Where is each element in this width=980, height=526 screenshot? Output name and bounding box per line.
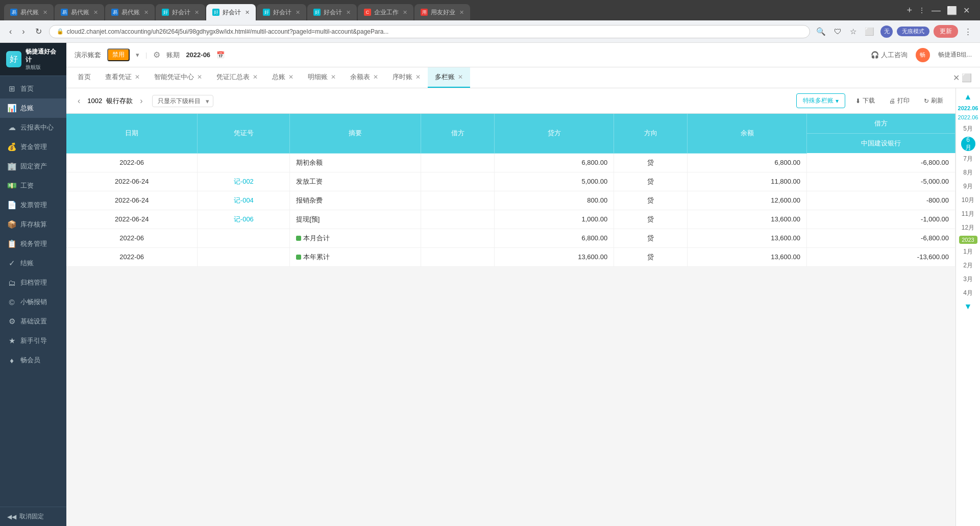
browser-tab-2[interactable]: 易易代账✕ <box>55 4 104 20</box>
tab-menu-btn[interactable]: ⋮ <box>918 6 925 14</box>
extension-btn[interactable]: ⬜ <box>863 25 876 38</box>
refresh-btn[interactable]: ↻ 刷新 <box>920 94 947 107</box>
content-tab-3[interactable]: 凭证汇总表✕ <box>209 67 265 88</box>
print-btn[interactable]: 🖨 打印 <box>885 94 914 107</box>
sidebar-item-tax[interactable]: 📋税务管理 <box>0 234 66 254</box>
content-tab-5[interactable]: 明细账✕ <box>301 67 343 88</box>
browser-tab-6[interactable]: 好好会计✕ <box>257 4 306 20</box>
content-tab-close-8[interactable]: ✕ <box>458 73 463 81</box>
sidebar-item-settings[interactable]: ⚙基础设置 <box>0 312 66 331</box>
account-btn[interactable]: 无 <box>880 26 893 38</box>
cell-voucher-2[interactable]: 记-004 <box>198 191 290 210</box>
tab-close-8[interactable]: ✕ <box>403 9 407 16</box>
tab-close-4[interactable]: ✕ <box>194 9 199 16</box>
voucher-link-1[interactable]: 记-002 <box>234 178 254 185</box>
shield-btn[interactable]: 🛡 <box>832 25 844 38</box>
tab-close-3[interactable]: ✕ <box>144 9 149 16</box>
dropdown-icon[interactable]: ▾ <box>136 51 139 59</box>
tab-close-2[interactable]: ✕ <box>93 9 98 16</box>
nav-refresh[interactable]: ↻ <box>32 24 45 38</box>
sidebar-item-fund[interactable]: 💰资金管理 <box>0 137 66 157</box>
content-tab-close-6[interactable]: ✕ <box>373 73 378 81</box>
cell-voucher-3[interactable]: 记-006 <box>198 210 290 229</box>
nav-forward[interactable]: › <box>19 25 28 38</box>
filter-select[interactable]: 只显示下级科目 <box>152 95 213 107</box>
sidebar-item-ledger[interactable]: 📊总账 <box>0 98 66 118</box>
timeline-month-2022-10月[interactable]: 10月 <box>956 193 980 207</box>
content-tab-7[interactable]: 序时账✕ <box>385 67 428 88</box>
period-value[interactable]: 2022-06 <box>186 51 210 59</box>
win-minimize[interactable]: — <box>932 5 941 16</box>
sidebar-item-expense[interactable]: ©小畅报销 <box>0 292 66 312</box>
timeline-month-2022-7月[interactable]: 7月 <box>956 152 980 166</box>
sidebar-item-salary[interactable]: 💵工资 <box>0 176 66 195</box>
sidebar-item-guide[interactable]: ★新手引导 <box>0 331 66 350</box>
user-avatar[interactable]: 畅 <box>916 48 930 62</box>
timeline-month-2022-9月[interactable]: 9月 <box>956 180 980 193</box>
timeline-scroll-up[interactable]: ▲ <box>962 90 974 104</box>
timeline-month-2022-11月[interactable]: 11月 <box>956 207 980 221</box>
content-tab-1[interactable]: 查看凭证✕ <box>98 67 147 88</box>
browser-tab-1[interactable]: 易易代账✕ <box>4 4 54 20</box>
nav-back[interactable]: ‹ <box>6 25 15 38</box>
url-bar[interactable]: 🔒 cloud2.chanjet.com/accounting/uh26t264… <box>49 25 810 38</box>
content-tab-close-7[interactable]: ✕ <box>415 73 421 81</box>
tab-new-btn[interactable]: + <box>906 5 912 16</box>
browser-tab-3[interactable]: 易易代账✕ <box>105 4 155 20</box>
timeline-month-2023-3月[interactable]: 3月 <box>956 272 980 286</box>
tab-close-6[interactable]: ✕ <box>296 9 300 16</box>
prev-account-btn[interactable]: ‹ <box>75 95 83 107</box>
sidebar-item-home[interactable]: ⊞首页 <box>0 79 66 98</box>
content-tab-4[interactable]: 总账✕ <box>265 67 301 88</box>
calendar-icon[interactable]: 📅 <box>216 51 225 59</box>
update-badge[interactable]: 更新 <box>934 25 958 38</box>
content-tab-close-5[interactable]: ✕ <box>331 73 336 81</box>
sidebar-item-archive[interactable]: 🗂归档管理 <box>0 273 66 292</box>
voucher-link-2[interactable]: 记-004 <box>234 196 254 204</box>
timeline-month-2022-6月[interactable]: 6月 <box>961 137 975 151</box>
multi-col-btn[interactable]: 特殊多栏账 ▾ <box>796 93 845 108</box>
win-close[interactable]: ✕ <box>963 6 970 15</box>
download-btn[interactable]: ⬇ 下载 <box>851 94 879 107</box>
timeline-month-2022-8月[interactable]: 8月 <box>956 166 980 180</box>
incognito-badge[interactable]: 无痕模式 <box>897 27 929 36</box>
timeline-month-2022-12月[interactable]: 12月 <box>956 221 980 235</box>
sidebar-item-fixed-assets[interactable]: 🏢固定资产 <box>0 157 66 176</box>
browser-tab-7[interactable]: 好好会计✕ <box>307 4 357 20</box>
tab-close-5[interactable]: ✕ <box>245 9 250 16</box>
next-account-btn[interactable]: › <box>137 95 145 107</box>
content-tab-2[interactable]: 智能凭证中心✕ <box>147 67 209 88</box>
menu-btn[interactable]: ⋮ <box>962 25 974 38</box>
content-tab-close-3[interactable]: ✕ <box>253 73 258 81</box>
content-tab-6[interactable]: 余额表✕ <box>343 67 385 88</box>
sidebar-item-cloud-report[interactable]: ☁云报表中心 <box>0 118 66 137</box>
timeline-month-2022-5月[interactable]: 5月 <box>956 122 980 136</box>
demo-badge-btn[interactable]: 禁用 <box>107 48 130 61</box>
content-tab-close-2[interactable]: ✕ <box>197 73 202 81</box>
timeline-month-2023-1月[interactable]: 1月 <box>956 245 980 259</box>
browser-tab-4[interactable]: 好好会计✕ <box>156 4 205 20</box>
tab-close-9[interactable]: ✕ <box>459 9 464 16</box>
consult-btn[interactable]: 🎧 人工咨询 <box>871 51 908 60</box>
tabs-collapse-btn[interactable]: ✕ ⬜ <box>949 73 976 83</box>
content-tab-close-4[interactable]: ✕ <box>288 73 293 81</box>
content-tab-close-1[interactable]: ✕ <box>135 73 140 81</box>
content-tab-8[interactable]: 多栏账✕ <box>428 67 470 88</box>
sidebar-footer[interactable]: ◀◀ 取消固定 <box>0 507 66 526</box>
cell-voucher-1[interactable]: 记-002 <box>198 172 290 191</box>
search-btn[interactable]: 🔍 <box>814 25 828 38</box>
sidebar-item-member[interactable]: ♦畅会员 <box>0 350 66 370</box>
win-maximize[interactable]: ⬜ <box>947 6 957 15</box>
sidebar-item-inventory[interactable]: 📦库存核算 <box>0 215 66 234</box>
star-btn[interactable]: ☆ <box>848 25 859 38</box>
browser-tab-8[interactable]: C企业工作✕ <box>358 4 413 20</box>
tab-close-7[interactable]: ✕ <box>346 9 351 16</box>
tab-close-1[interactable]: ✕ <box>43 9 47 16</box>
settings-gear-btn[interactable]: ⚙ <box>153 50 160 60</box>
browser-tab-5[interactable]: 好好会计✕ <box>206 4 256 20</box>
timeline-month-2023-4月[interactable]: 4月 <box>956 286 980 300</box>
timeline-scroll-down[interactable]: ▼ <box>962 300 974 313</box>
voucher-link-3[interactable]: 记-006 <box>234 215 254 223</box>
timeline-month-2023-2月[interactable]: 2月 <box>956 259 980 272</box>
sidebar-item-invoice[interactable]: 📄发票管理 <box>0 195 66 215</box>
